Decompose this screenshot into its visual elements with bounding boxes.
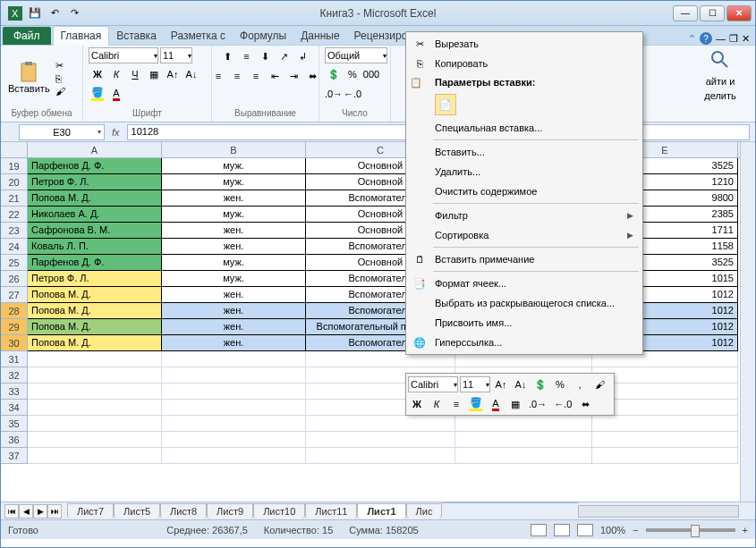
paste-option-icon[interactable]: 📄: [435, 94, 456, 115]
sheet-tab[interactable]: Лист8: [160, 503, 207, 518]
mini-paint-icon[interactable]: 🖌: [590, 375, 608, 393]
cm-format-cells[interactable]: 📑Формат ячеек...: [408, 274, 641, 293]
cell[interactable]: [162, 367, 306, 384]
fx-icon[interactable]: fx: [112, 127, 120, 138]
align-bottom-icon[interactable]: ⬇: [257, 47, 275, 65]
cell[interactable]: [28, 432, 162, 448]
cell[interactable]: Попова М. Д.: [28, 319, 162, 335]
cell[interactable]: [28, 367, 162, 384]
save-icon[interactable]: 💾: [26, 4, 44, 22]
cm-insert[interactable]: Вставить...: [408, 142, 641, 162]
horizontal-scrollbar[interactable]: [578, 505, 739, 518]
cell[interactable]: Попова М. Д.: [28, 190, 162, 207]
cm-delete[interactable]: Удалить...: [408, 162, 641, 181]
row-header[interactable]: 28: [1, 303, 28, 319]
sheet-tab[interactable]: Лист9: [207, 503, 253, 518]
cell[interactable]: Сафронова В. М.: [28, 223, 162, 239]
minimize-ribbon-icon[interactable]: ⌃: [688, 33, 696, 45]
cell[interactable]: жен.: [162, 190, 306, 207]
minimize-button[interactable]: —: [673, 5, 698, 21]
mini-comma-icon[interactable]: ,: [571, 375, 589, 393]
excel-icon[interactable]: X: [6, 4, 24, 22]
zoom-slider[interactable]: [646, 528, 735, 532]
cell[interactable]: Коваль Л. П.: [28, 239, 162, 255]
align-left-icon[interactable]: ≡: [209, 67, 227, 85]
page-break-view-icon[interactable]: [577, 524, 593, 536]
mini-fill-color-icon[interactable]: 🪣: [467, 395, 485, 413]
mini-italic-button[interactable]: К: [428, 395, 446, 413]
tab-home[interactable]: Главная: [53, 26, 110, 46]
mini-font-combo[interactable]: Calibri▾: [408, 376, 458, 392]
cell[interactable]: Попова М. Д.: [28, 287, 162, 303]
maximize-button[interactable]: ☐: [700, 5, 725, 21]
column-header[interactable]: A: [28, 142, 162, 157]
cell[interactable]: [455, 416, 592, 432]
row-header[interactable]: 37: [1, 448, 28, 464]
row-header[interactable]: 32: [1, 367, 28, 384]
align-center-icon[interactable]: ≡: [228, 67, 246, 85]
help-icon[interactable]: ?: [700, 32, 712, 45]
tab-insert[interactable]: Вставка: [109, 27, 164, 45]
mini-dec-decimal-icon[interactable]: ←.0: [551, 395, 574, 413]
bold-button[interactable]: Ж: [89, 65, 106, 83]
decrease-font-icon[interactable]: A↓: [183, 65, 200, 83]
cell[interactable]: жен.: [162, 335, 306, 351]
row-header[interactable]: 19: [1, 158, 28, 174]
tab-formulas[interactable]: Формулы: [233, 27, 293, 45]
file-tab[interactable]: Файл: [3, 27, 51, 45]
mini-size-combo[interactable]: 11▾: [460, 376, 490, 392]
increase-font-icon[interactable]: A↑: [164, 65, 182, 83]
row-header[interactable]: 35: [1, 416, 28, 432]
undo-icon[interactable]: ↶: [46, 4, 64, 22]
cell[interactable]: Петров Ф. Л.: [28, 174, 162, 190]
cell[interactable]: [28, 416, 162, 432]
row-header[interactable]: 31: [1, 351, 28, 367]
row-header[interactable]: 22: [1, 207, 28, 223]
cm-filter[interactable]: Фильтр▶: [408, 206, 641, 225]
font-combo[interactable]: Calibri▾: [89, 47, 158, 63]
cell[interactable]: Петров Ф. Л.: [28, 271, 162, 287]
doc-close-icon[interactable]: ✕: [742, 33, 750, 45]
row-header[interactable]: 23: [1, 223, 28, 239]
indent-dec-icon[interactable]: ⇤: [266, 67, 284, 85]
row-header[interactable]: 34: [1, 400, 28, 416]
select-all-corner[interactable]: [1, 142, 28, 158]
cell[interactable]: муж.: [162, 271, 306, 287]
tab-data[interactable]: Данные: [293, 27, 346, 45]
cell[interactable]: [162, 448, 306, 464]
sheet-nav-prev-icon[interactable]: ◀: [19, 504, 33, 518]
cell[interactable]: Парфенов Д. Ф.: [28, 255, 162, 271]
indent-inc-icon[interactable]: ⇥: [285, 67, 302, 85]
cell[interactable]: муж.: [162, 255, 306, 271]
cell[interactable]: Попова М. Д.: [28, 335, 162, 351]
cell[interactable]: Попова М. Д.: [28, 303, 162, 319]
font-size-combo[interactable]: 11▾: [160, 47, 192, 63]
sheet-nav-last-icon[interactable]: ⏭: [47, 504, 62, 518]
sheet-tab[interactable]: Лист5: [114, 503, 160, 518]
cm-paste-special[interactable]: Специальная вставка...: [408, 118, 641, 138]
inc-decimal-icon[interactable]: .0→: [325, 85, 343, 103]
row-header[interactable]: 36: [1, 432, 28, 448]
cell[interactable]: муж.: [162, 174, 306, 190]
align-top-icon[interactable]: ⬆: [219, 47, 237, 65]
cm-sort[interactable]: Сортировка▶: [408, 225, 641, 245]
cell[interactable]: [162, 400, 306, 416]
cell[interactable]: [28, 448, 162, 464]
cell[interactable]: [592, 448, 738, 464]
italic-button[interactable]: К: [107, 65, 125, 83]
wrap-icon[interactable]: ↲: [294, 47, 312, 65]
row-header[interactable]: 25: [1, 255, 28, 271]
mini-merge-icon[interactable]: ⬌: [576, 395, 594, 413]
row-header[interactable]: 29: [1, 319, 28, 335]
dec-decimal-icon[interactable]: ←.0: [344, 85, 361, 103]
border-button[interactable]: ▦: [145, 65, 163, 83]
format-painter-icon[interactable]: 🖌: [55, 86, 65, 97]
cell[interactable]: [592, 432, 738, 448]
doc-restore-icon[interactable]: ❐: [729, 33, 738, 45]
orientation-icon[interactable]: ↗: [276, 47, 293, 65]
cell[interactable]: [455, 448, 592, 464]
percent-icon[interactable]: %: [344, 65, 361, 83]
cell[interactable]: [306, 416, 455, 432]
cell[interactable]: [162, 416, 306, 432]
row-header[interactable]: 20: [1, 174, 28, 190]
